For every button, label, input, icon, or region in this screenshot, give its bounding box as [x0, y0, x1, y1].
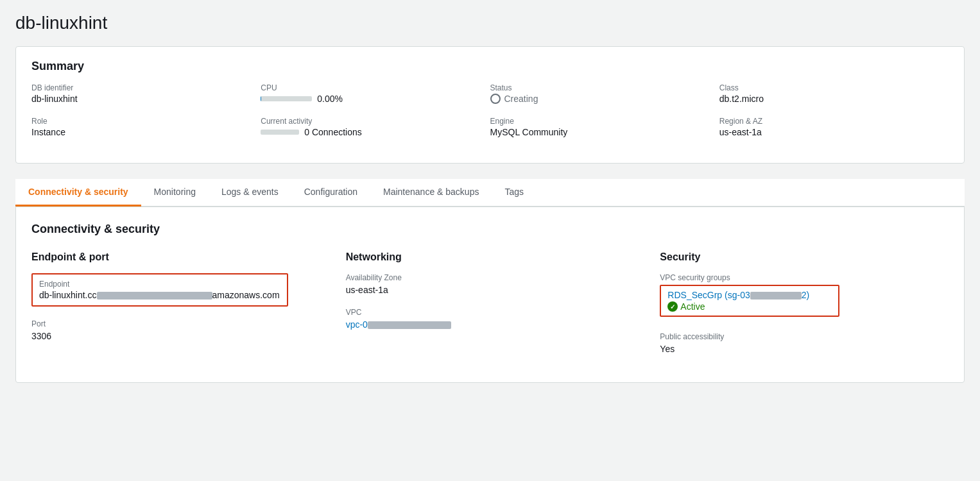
tab-maintenance[interactable]: Maintenance & backups	[370, 179, 492, 207]
summary-grid: DB identifier db-linuxhint Role Instance…	[31, 83, 949, 150]
engine-label: Engine	[490, 117, 709, 126]
db-identifier-item: DB identifier db-linuxhint	[31, 83, 250, 104]
az-value: us-east-1a	[346, 285, 635, 295]
role-value: Instance	[31, 127, 250, 137]
status-label: Status	[490, 83, 709, 92]
summary-card: Summary DB identifier db-linuxhint Role …	[15, 46, 965, 164]
port-item: Port 3306	[31, 319, 320, 341]
current-activity-item: Current activity 0 Connections	[261, 117, 479, 137]
vpc-value: vpc-0	[346, 319, 635, 330]
summary-col-2: CPU 0.00% Current activity 0 Conn	[261, 83, 490, 150]
summary-col-4: Class db.t2.micro Region & AZ us-east-1a	[719, 83, 949, 150]
connectivity-content-card: Connectivity & security Endpoint & port …	[15, 207, 965, 383]
vpc-item: VPC vpc-0	[346, 308, 635, 330]
security-group-box: RDS_SecGrp (sg-03 2) Active	[660, 285, 839, 317]
cpu-bar-container: 0.00%	[261, 94, 479, 104]
db-identifier-value: db-linuxhint	[31, 94, 250, 104]
connections-bar	[261, 130, 299, 135]
summary-heading: Summary	[31, 60, 949, 73]
status-creating: Creating	[490, 94, 709, 104]
role-item: Role Instance	[31, 117, 250, 137]
endpoint-blurred	[97, 292, 212, 300]
endpoint-item: Endpoint db-linuxhint.cc amazonaws.com	[31, 273, 320, 307]
endpoint-suffix: amazonaws.com	[212, 290, 280, 300]
class-item: Class db.t2.micro	[719, 83, 938, 104]
vpc-blurred	[368, 321, 451, 329]
sg-status-text: Active	[680, 301, 705, 312]
tab-monitoring[interactable]: Monitoring	[141, 179, 209, 207]
role-label: Role	[31, 117, 250, 126]
endpoint-value: db-linuxhint.cc amazonaws.com	[39, 290, 280, 300]
region-item: Region & AZ us-east-1a	[719, 117, 938, 137]
endpoint-label: Endpoint	[39, 280, 280, 289]
tabs-list: Connectivity & security Monitoring Logs …	[15, 179, 965, 206]
security-column: Security VPC security groups RDS_SecGrp …	[660, 251, 949, 367]
public-accessibility-value: Yes	[660, 344, 949, 354]
az-label: Availability Zone	[346, 273, 635, 282]
cpu-label: CPU	[261, 83, 479, 92]
tabs-container: Connectivity & security Monitoring Logs …	[15, 179, 965, 207]
endpoint-port-title: Endpoint & port	[31, 251, 320, 263]
security-title: Security	[660, 251, 949, 263]
tab-configuration[interactable]: Configuration	[291, 179, 370, 207]
cpu-bar	[261, 96, 312, 101]
page-title: db-linuxhint	[15, 13, 965, 33]
check-circle-icon	[667, 301, 678, 312]
cpu-bar-fill	[261, 96, 261, 101]
sg-blurred	[750, 292, 802, 300]
endpoint-box: Endpoint db-linuxhint.cc amazonaws.com	[31, 273, 288, 307]
class-value: db.t2.micro	[719, 94, 938, 104]
endpoint-prefix: db-linuxhint.cc	[39, 290, 97, 300]
connections-bar-container: 0 Connections	[261, 127, 479, 137]
connectivity-grid: Endpoint & port Endpoint db-linuxhint.cc…	[31, 251, 949, 367]
tab-logs[interactable]: Logs & events	[209, 179, 291, 207]
tab-tags[interactable]: Tags	[492, 179, 537, 207]
cpu-value: 0.00%	[317, 94, 343, 104]
current-activity-value: 0 Connections	[304, 127, 362, 137]
summary-col-1: DB identifier db-linuxhint Role Instance	[31, 83, 261, 150]
vpc-label: VPC	[346, 308, 635, 317]
cpu-item: CPU 0.00%	[261, 83, 479, 104]
public-accessibility-item: Public accessibility Yes	[660, 332, 949, 354]
engine-value: MySQL Community	[490, 127, 709, 137]
vpc-link[interactable]: vpc-0	[346, 319, 451, 330]
vpc-sg-item: VPC security groups RDS_SecGrp (sg-03 2)…	[660, 273, 949, 319]
networking-title: Networking	[346, 251, 635, 263]
security-group-link[interactable]: RDS_SecGrp (sg-03 2)	[667, 290, 809, 300]
summary-col-3: Status Creating Engine MySQL Community	[490, 83, 719, 150]
tab-connectivity[interactable]: Connectivity & security	[15, 179, 141, 207]
port-value: 3306	[31, 331, 320, 341]
current-activity-label: Current activity	[261, 117, 479, 126]
connectivity-section-title: Connectivity & security	[31, 223, 949, 236]
db-identifier-label: DB identifier	[31, 83, 250, 92]
port-label: Port	[31, 319, 320, 328]
region-value: us-east-1a	[719, 127, 938, 137]
vpc-sg-label: VPC security groups	[660, 273, 949, 282]
region-label: Region & AZ	[719, 117, 938, 126]
status-item: Status Creating	[490, 83, 709, 104]
status-creating-icon	[490, 94, 501, 104]
sg-active-status: Active	[667, 301, 832, 312]
class-label: Class	[719, 83, 938, 92]
status-value: Creating	[504, 94, 538, 104]
networking-column: Networking Availability Zone us-east-1a …	[346, 251, 635, 367]
endpoint-port-column: Endpoint & port Endpoint db-linuxhint.cc…	[31, 251, 320, 367]
engine-item: Engine MySQL Community	[490, 117, 709, 137]
public-accessibility-label: Public accessibility	[660, 332, 949, 341]
az-item: Availability Zone us-east-1a	[346, 273, 635, 295]
